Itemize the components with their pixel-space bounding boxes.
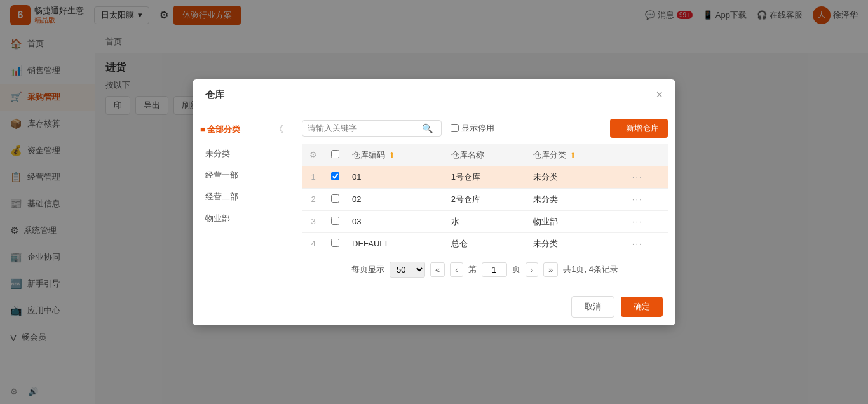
- modal-overlay: 仓库 × ■ 全部分类 《 未分类 经营一部 经营二部 物业部: [0, 0, 868, 404]
- row-action-dots[interactable]: ···: [632, 194, 643, 204]
- row-checkbox[interactable]: [331, 239, 339, 247]
- row-num: 1: [302, 166, 325, 188]
- category-sidebar: ■ 全部分类 《 未分类 经营一部 经营二部 物业部: [193, 111, 294, 288]
- table-row[interactable]: 4 DEFAULT 总仓 未分类 ···: [302, 232, 668, 255]
- search-input[interactable]: [308, 123, 422, 133]
- row-actions: ···: [626, 210, 668, 232]
- first-page-button[interactable]: «: [430, 262, 445, 277]
- category-item-ops1[interactable]: 经营一部: [193, 165, 294, 186]
- add-warehouse-button[interactable]: + 新增仓库: [610, 119, 668, 138]
- category-item-property[interactable]: 物业部: [193, 208, 294, 229]
- col-settings: ⚙: [302, 144, 325, 166]
- table-row[interactable]: 2 02 2号仓库 未分类 ···: [302, 188, 668, 210]
- row-num: 2: [302, 188, 325, 210]
- modal-footer: 取消 确定: [193, 288, 675, 325]
- cancel-button[interactable]: 取消: [571, 296, 614, 318]
- page-size-select[interactable]: 50 100 200: [390, 262, 425, 278]
- col-category-header: 仓库分类 ⬆: [527, 144, 626, 166]
- gear-icon[interactable]: ⚙: [309, 150, 317, 159]
- row-code: DEFAULT: [346, 232, 445, 255]
- row-num: 3: [302, 210, 325, 232]
- pagination: 每页显示 50 100 200 « ‹ 第 页 › » 共1页, 4条记录: [302, 255, 668, 280]
- category-item-uncategorized[interactable]: 未分类: [193, 143, 294, 165]
- row-checkbox[interactable]: [331, 194, 339, 203]
- warehouse-modal: 仓库 × ■ 全部分类 《 未分类 经营一部 经营二部 物业部: [193, 79, 675, 325]
- row-actions: ···: [626, 232, 668, 255]
- row-checkbox-cell: [325, 210, 346, 232]
- row-category: 物业部: [527, 210, 626, 232]
- row-category: 未分类: [527, 232, 626, 255]
- modal-header: 仓库 ×: [193, 79, 675, 111]
- table-body: 1 01 1号仓库 未分类 ··· 2: [302, 166, 668, 255]
- col-checkbox: [325, 144, 346, 166]
- page-number-input[interactable]: [482, 262, 507, 277]
- prev-page-button[interactable]: ‹: [450, 262, 463, 277]
- row-code: 03: [346, 210, 445, 232]
- modal-close-button[interactable]: ×: [656, 88, 663, 102]
- row-name: 1号仓库: [445, 166, 527, 188]
- row-action-dots[interactable]: ···: [632, 239, 643, 248]
- col-actions-header: [626, 144, 668, 166]
- row-name: 总仓: [445, 232, 527, 255]
- row-code: 01: [346, 166, 445, 188]
- row-action-dots[interactable]: ···: [632, 217, 643, 226]
- col-code-header: 仓库编码 ⬆: [346, 144, 445, 166]
- row-category: 未分类: [527, 188, 626, 210]
- table-row[interactable]: 1 01 1号仓库 未分类 ···: [302, 166, 668, 188]
- row-checkbox[interactable]: [331, 172, 339, 180]
- row-category: 未分类: [527, 166, 626, 188]
- row-name: 2号仓库: [445, 188, 527, 210]
- table-header: ⚙ 仓库编码 ⬆ 仓库名称 仓库分类: [302, 144, 668, 166]
- next-page-button[interactable]: ›: [526, 262, 538, 277]
- row-name: 水: [445, 210, 527, 232]
- row-checkbox-cell: [325, 188, 346, 210]
- show-disabled-toggle: 显示停用: [451, 123, 494, 134]
- row-checkbox[interactable]: [331, 217, 339, 225]
- confirm-button[interactable]: 确定: [621, 297, 663, 317]
- row-action-dots[interactable]: ···: [632, 172, 643, 182]
- table-toolbar: 🔍 显示停用 + 新增仓库: [302, 119, 668, 138]
- show-disabled-checkbox[interactable]: [451, 124, 459, 132]
- row-checkbox-cell: [325, 166, 346, 188]
- last-page-button[interactable]: »: [543, 262, 558, 277]
- table-area: 🔍 显示停用 + 新增仓库 ⚙: [294, 111, 675, 288]
- category-all[interactable]: ■ 全部分类 《: [193, 116, 294, 143]
- search-box: 🔍: [302, 120, 442, 137]
- modal-body: ■ 全部分类 《 未分类 经营一部 经营二部 物业部 🔍: [193, 111, 675, 288]
- row-actions: ···: [626, 166, 668, 188]
- category-all-label: ■ 全部分类: [200, 124, 240, 135]
- row-code: 02: [346, 188, 445, 210]
- warehouse-table: ⚙ 仓库编码 ⬆ 仓库名称 仓库分类: [302, 144, 668, 255]
- table-row[interactable]: 3 03 水 物业部 ···: [302, 210, 668, 232]
- category-collapse-button[interactable]: 《: [272, 121, 286, 138]
- select-all-checkbox[interactable]: [331, 150, 339, 158]
- row-num: 4: [302, 232, 325, 255]
- search-icon[interactable]: 🔍: [422, 123, 433, 133]
- code-sort-icon[interactable]: ⬆: [389, 151, 395, 159]
- category-sort-icon[interactable]: ⬆: [570, 151, 576, 159]
- modal-title: 仓库: [205, 89, 224, 101]
- row-actions: ···: [626, 188, 668, 210]
- row-checkbox-cell: [325, 232, 346, 255]
- col-name-header: 仓库名称: [445, 144, 527, 166]
- category-item-ops2[interactable]: 经营二部: [193, 186, 294, 208]
